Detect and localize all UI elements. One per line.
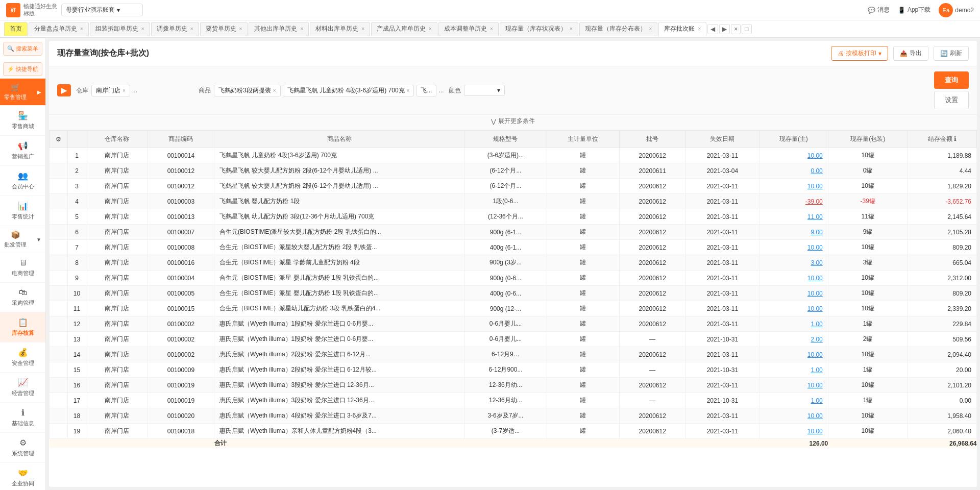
product-tag-2[interactable]: 飞鹤星飞帆 儿童奶粉 4段(3-6岁适用) 700克 × bbox=[283, 85, 414, 96]
tab-close-icon[interactable]: × bbox=[649, 26, 652, 32]
account-dropdown[interactable]: 母婴行业演示账套 ▾ bbox=[61, 4, 143, 16]
remove-product-tag2[interactable]: × bbox=[407, 88, 410, 93]
sidebar-item-purchase[interactable]: 🛍 采购管理 bbox=[0, 283, 45, 312]
tab-close-icon[interactable]: × bbox=[190, 26, 193, 32]
sidebar-item-ecommerce[interactable]: 🖥 电商管理 bbox=[0, 253, 45, 283]
refresh-btn[interactable]: 🔄 刷新 bbox=[934, 46, 969, 61]
sidebar-item-marketing[interactable]: 📢 营销推广 bbox=[0, 136, 45, 166]
tab-close-current[interactable]: × bbox=[731, 24, 741, 34]
sidebar-item-operations[interactable]: 📈 经营管理 bbox=[0, 373, 45, 403]
tab-close-icon[interactable]: × bbox=[141, 26, 144, 32]
search-menu-btn[interactable]: 🔍 搜索菜单 bbox=[3, 42, 42, 56]
tab-close-icon[interactable]: × bbox=[239, 26, 242, 32]
tab-kucun-batch[interactable]: 库存批次账 × bbox=[658, 22, 706, 36]
remove-warehouse-tag[interactable]: × bbox=[122, 88, 126, 93]
warehouse-tag[interactable]: 南岸门店 × bbox=[91, 85, 130, 96]
sidebar-item-retail-stats[interactable]: 📊 零售统计 bbox=[0, 196, 45, 226]
remove-product-tag1[interactable]: × bbox=[273, 88, 276, 93]
tab-xiancunliang-dist[interactable]: 现存量（库存分布表） × bbox=[579, 22, 658, 36]
filter-toggle-btn[interactable]: ▶ bbox=[57, 84, 71, 96]
cell-qty-main[interactable]: 10.00 bbox=[759, 378, 828, 393]
product-more-dots[interactable]: ... bbox=[438, 87, 444, 94]
cell-name: 合生元(BIOSTIME)派星较大婴儿配方奶粉 2段 乳铁蛋白的... bbox=[214, 225, 464, 240]
cell-warehouse: 南岸门店 bbox=[86, 424, 148, 439]
tab-close-icon[interactable]: × bbox=[570, 26, 573, 32]
quick-nav-btn[interactable]: ⚡ 快捷导航 bbox=[3, 62, 42, 76]
tab-fullscreen[interactable]: □ bbox=[742, 24, 751, 34]
cell-qty-main[interactable]: 0.00 bbox=[759, 163, 828, 179]
query-btn-group: 查询 设置 bbox=[934, 71, 969, 109]
message-btn[interactable]: 💬 消息 bbox=[868, 6, 890, 14]
settings-icon[interactable]: ⚙ bbox=[56, 136, 61, 143]
cell-qty-main[interactable]: 10.00 bbox=[759, 286, 828, 301]
sidebar-item-wholesale[interactable]: 📦 批发管理 ▼ bbox=[0, 226, 45, 253]
cell-qty-main[interactable]: 10.00 bbox=[759, 301, 828, 316]
cell-qty-main[interactable]: 11.00 bbox=[759, 209, 828, 225]
tab-close-icon[interactable]: × bbox=[490, 26, 493, 32]
tab-close-icon[interactable]: × bbox=[698, 26, 701, 32]
cell-qty-main[interactable]: 3.00 bbox=[759, 255, 828, 271]
color-select[interactable]: ▾ bbox=[464, 85, 505, 96]
cell-qty-main[interactable]: 10.00 bbox=[759, 424, 828, 439]
tab-nav-prev[interactable]: ◀ bbox=[707, 24, 718, 34]
cell-index: 4 bbox=[68, 194, 86, 209]
app-download-btn[interactable]: 📱 App下载 bbox=[898, 6, 930, 14]
cell-qty-main[interactable]: 10.00 bbox=[759, 240, 828, 255]
table-row: 1 南岸门店 00100014 飞鹤星飞帆 儿童奶粉 4段(3-6岁适用) 70… bbox=[50, 148, 977, 163]
tab-close-icon[interactable]: × bbox=[361, 26, 364, 32]
sidebar-item-collab[interactable]: 🤝 企业协同 bbox=[0, 463, 45, 490]
sidebar-item-retail-mall[interactable]: 🏪 零售商城 bbox=[0, 106, 45, 136]
sidebar-item-inventory[interactable]: 📋 库存核算 bbox=[0, 312, 45, 342]
expand-more-btn[interactable]: ⋁ 展开更多条件 bbox=[491, 117, 535, 126]
tab-chanchengruku[interactable]: 产成品入库单历史 × bbox=[371, 22, 437, 36]
cell-qty-pkg: 10罐 bbox=[828, 378, 908, 393]
cell-qty-main[interactable]: 10.00 bbox=[759, 408, 828, 424]
tab-zuzhuangchaijian[interactable]: 组装拆卸单历史 × bbox=[90, 22, 150, 36]
cell-qty-main[interactable]: 2.00 bbox=[759, 332, 828, 347]
tab-home[interactable]: 首页 bbox=[4, 22, 28, 36]
sidebar-item-system[interactable]: ⚙ 系统管理 bbox=[0, 433, 45, 463]
cell-qty-main[interactable]: 10.00 bbox=[759, 271, 828, 286]
tab-close-icon[interactable]: × bbox=[80, 26, 83, 32]
cell-warehouse: 南岸门店 bbox=[86, 301, 148, 316]
warehouse-more-dots[interactable]: ... bbox=[132, 87, 137, 94]
cell-qty-main[interactable]: 10.00 bbox=[759, 347, 828, 362]
query-btn[interactable]: 查询 bbox=[934, 71, 969, 89]
table-container[interactable]: ⚙ 仓库名称 商品编码 商品名称 规格型号 主计量单位 批号 失效日期 现存量(… bbox=[49, 130, 977, 487]
tab-close-icon[interactable]: × bbox=[300, 26, 303, 32]
user-area[interactable]: Ea demo2 bbox=[939, 3, 974, 17]
cell-spec: (6-12个月... bbox=[464, 179, 547, 194]
print-btn[interactable]: 🖨 按模板打印 ▾ bbox=[831, 46, 888, 61]
cell-qty-main[interactable]: 10.00 bbox=[759, 148, 828, 163]
setting-btn[interactable]: 设置 bbox=[934, 91, 969, 109]
tab-xiancunliang-status[interactable]: 现存量（库存状况表） × bbox=[500, 22, 578, 36]
cell-qty-main[interactable]: 1.00 bbox=[759, 316, 828, 332]
tab-fenliangpandian[interactable]: 分量盘点单历史 × bbox=[29, 22, 89, 36]
sidebar-item-retail-mgmt[interactable]: 🛒 零售管理 ▶ bbox=[0, 79, 45, 106]
cell-qty-main[interactable]: 1.00 bbox=[759, 393, 828, 408]
sidebar-item-member[interactable]: 👥 会员中心 bbox=[0, 166, 45, 196]
tab-cailiaochuku[interactable]: 材料出库单历史 × bbox=[310, 22, 370, 36]
cell-qty-main[interactable]: 10.00 bbox=[759, 179, 828, 194]
tab-qitachuku[interactable]: 其他出库单历史 × bbox=[249, 22, 309, 36]
tab-nav-next[interactable]: ▶ bbox=[719, 24, 730, 34]
tab-chengbentiaozheng[interactable]: 成本调整单历史 × bbox=[438, 22, 499, 36]
tab-yaohuo[interactable]: 要货单历史 × bbox=[200, 22, 248, 36]
cell-qty-main[interactable]: 9.00 bbox=[759, 225, 828, 240]
product-tag-1[interactable]: 飞鹤奶粉3段两提装 × bbox=[214, 85, 281, 96]
cell-expire: 2021-03-11 bbox=[685, 286, 759, 301]
cell-qty-main[interactable]: 1.00 bbox=[759, 362, 828, 378]
table-row: 12 南岸门店 00100002 惠氏启赋（Wyeth illuma）1段奶粉 … bbox=[50, 316, 977, 332]
product-tag-3[interactable]: 飞... bbox=[416, 85, 436, 96]
cell-qty-main[interactable]: -39.00 bbox=[759, 194, 828, 209]
tab-label: 材料出库单历史 bbox=[315, 24, 358, 33]
export-btn[interactable]: 📤 导出 bbox=[893, 46, 928, 61]
tab-diaobodanhistory[interactable]: 调拨单历史 × bbox=[151, 22, 199, 36]
tab-close-icon[interactable]: × bbox=[429, 26, 432, 32]
cell-spec: 0-6月婴儿... bbox=[464, 332, 547, 347]
inventory-table: ⚙ 仓库名称 商品编码 商品名称 规格型号 主计量单位 批号 失效日期 现存量(… bbox=[49, 130, 977, 448]
cell-index: 12 bbox=[68, 316, 86, 332]
sidebar-item-basic-info[interactable]: ℹ 基础信息 bbox=[0, 403, 45, 433]
col-settings[interactable]: ⚙ bbox=[50, 131, 68, 148]
sidebar-item-finance[interactable]: 💰 资金管理 bbox=[0, 342, 45, 373]
